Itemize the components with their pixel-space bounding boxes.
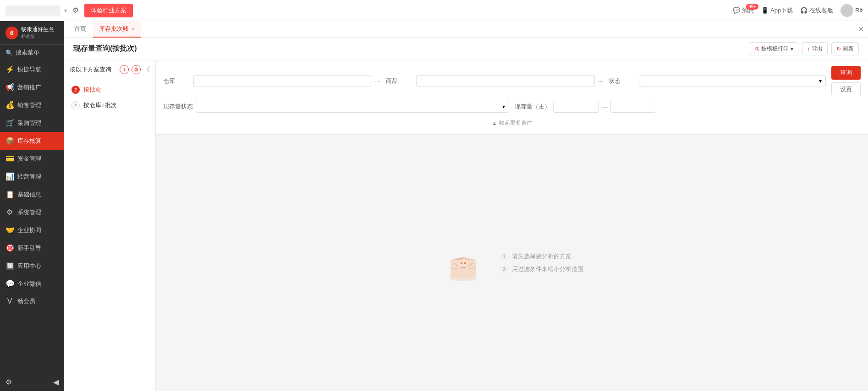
customer-service-label: 在线客服 bbox=[809, 6, 833, 15]
refresh-icon: ↻ bbox=[836, 46, 841, 52]
tip-text-1: 请先选择要分析的方案 bbox=[512, 252, 571, 261]
sidebar-label-inventory: 库存核算 bbox=[17, 137, 41, 145]
sidebar-item-purchase[interactable]: 🛒 采购管理 bbox=[0, 114, 64, 132]
collapse-row[interactable]: ▲ 收起更多条件 bbox=[163, 117, 861, 129]
sidebar-item-wechat[interactable]: 💬 企业微信 bbox=[0, 275, 64, 293]
warehouse-more-icon[interactable]: ··· bbox=[375, 77, 380, 85]
filter-panel-title: 按以下方案查询 bbox=[70, 65, 111, 74]
sidebar-item-quick-nav[interactable]: ⚡ 快捷导航 bbox=[0, 60, 64, 78]
sidebar-item-enterprise[interactable]: 🤝 企业协同 bbox=[0, 221, 64, 239]
breadcrumb-input[interactable] bbox=[5, 5, 60, 16]
sidebar-icon-newbie: 🎯 bbox=[5, 244, 14, 252]
tip-text-2: 用过滤条件来缩小分析范围 bbox=[512, 265, 583, 273]
scheme-by-batch[interactable]: ⏱ 按批次 bbox=[64, 82, 155, 98]
logo-info: 畅康通好生意 标准版 bbox=[21, 26, 54, 40]
filter-collapse-button[interactable]: 《 bbox=[143, 65, 150, 74]
tab-bar: 首页 库存批次账 × ✕ bbox=[64, 21, 868, 38]
tab-batch-account[interactable]: 库存批次账 × bbox=[93, 21, 141, 38]
warehouse-input[interactable] bbox=[193, 75, 372, 87]
product-input[interactable] bbox=[416, 75, 595, 87]
scheme-by-batch-label: 按批次 bbox=[83, 86, 101, 94]
query-area: 仓库 ··· 商品 ··· 状态 bbox=[156, 60, 868, 391]
tab-home-label: 首页 bbox=[74, 25, 86, 33]
sidebar-label-sales: 销售管理 bbox=[17, 101, 41, 109]
search-menu[interactable]: 🔍 搜索菜单 bbox=[0, 45, 64, 60]
scheme-by-warehouse-batch[interactable]: ⏱ 按仓库+批次 bbox=[64, 98, 155, 113]
sidebar-label-operations: 经营管理 bbox=[17, 173, 41, 181]
sidebar-item-inventory[interactable]: 📦 库存核算 bbox=[0, 132, 64, 150]
sidebar-label-member: 畅会员 bbox=[17, 297, 35, 305]
filter-panel-header: 按以下方案查询 + ⚙ 《 bbox=[64, 60, 155, 79]
refresh-label: 刷新 bbox=[843, 45, 854, 53]
stock-status-field: 现存量状态 ▾ bbox=[163, 101, 509, 113]
scheme-inactive-icon: ⏱ bbox=[71, 101, 80, 109]
sidebar-item-system[interactable]: ⚙ 系统管理 bbox=[0, 203, 64, 221]
print-label: 按模板打印 bbox=[761, 45, 789, 53]
stock-qty-to-input[interactable] bbox=[610, 101, 656, 113]
stock-qty-label: 现存量（主） bbox=[515, 103, 550, 111]
sidebar-item-operations[interactable]: 📊 经营管理 bbox=[0, 168, 64, 185]
refresh-button[interactable]: ↻ 刷新 bbox=[831, 42, 859, 55]
sidebar-logo: 6 畅康通好生意 标准版 bbox=[0, 21, 64, 45]
query-button[interactable]: 查询 bbox=[831, 66, 861, 80]
tab-home[interactable]: 首页 bbox=[68, 21, 93, 38]
app-download-button[interactable]: 📱 App下载 bbox=[761, 6, 793, 15]
user-profile[interactable]: Rit bbox=[841, 4, 863, 17]
sidebar-label-finance: 资金管理 bbox=[17, 155, 41, 163]
sidebar-icon-system: ⚙ bbox=[5, 208, 14, 217]
filter-settings-button[interactable]: ⚙ bbox=[132, 65, 141, 74]
page-title: 现存量查询(按批次) bbox=[73, 44, 137, 54]
customer-service-button[interactable]: 🎧 在线客服 bbox=[800, 6, 833, 15]
filter-scheme-list: ⏱ 按批次 ⏱ 按仓库+批次 bbox=[64, 79, 155, 116]
search-menu-label: 搜索菜单 bbox=[16, 49, 39, 57]
trial-button[interactable]: 体验行业方案 bbox=[84, 4, 133, 17]
sidebar-item-member[interactable]: V 畅会员 bbox=[0, 293, 64, 310]
sidebar-collapse-button[interactable]: ◀ bbox=[53, 378, 59, 386]
settings-icon[interactable]: ⚙ bbox=[71, 4, 81, 16]
filter-add-button[interactable]: + bbox=[120, 65, 129, 74]
tab-close-icon[interactable]: × bbox=[132, 26, 135, 32]
sidebar-item-marketing[interactable]: 📢 营销推广 bbox=[0, 78, 64, 96]
sidebar-label-app-center: 应用中心 bbox=[17, 262, 41, 270]
stock-qty-from-input[interactable] bbox=[553, 101, 599, 113]
sidebar-item-basic-info[interactable]: 📋 基础信息 bbox=[0, 185, 64, 203]
status-dropdown[interactable]: ▾ bbox=[639, 75, 826, 87]
sidebar-label-basic-info: 基础信息 bbox=[17, 190, 41, 199]
filter-panel: 按以下方案查询 + ⚙ 《 ⏱ 按批次 ⏱ 按仓库+批次 bbox=[64, 60, 156, 391]
export-button[interactable]: ↑ 导出 bbox=[802, 42, 828, 55]
tip-number-2: 2 bbox=[500, 265, 508, 273]
sidebar-icon-purchase: 🛒 bbox=[5, 119, 14, 127]
top-bar: ▾ ⚙ 体验行业方案 💬 消息 99+ 📱 App下载 🎧 在线客服 Rit bbox=[0, 0, 868, 21]
sidebar-label-system: 系统管理 bbox=[17, 208, 41, 217]
stock-status-dropdown[interactable]: ▾ bbox=[196, 101, 509, 113]
product-more-icon[interactable]: ··· bbox=[598, 77, 603, 85]
app-download-label: App下载 bbox=[770, 6, 793, 15]
company-name: 畅康通好生意 bbox=[21, 26, 54, 33]
sidebar-item-sales[interactable]: 💰 销售管理 bbox=[0, 96, 64, 114]
content-area: 首页 库存批次账 × ✕ 现存量查询(按批次) 🖨 按模板打印 ▾ ↑ 导出 bbox=[64, 21, 868, 391]
headset-icon: 🎧 bbox=[800, 7, 808, 14]
sidebar-icon-operations: 📊 bbox=[5, 172, 14, 181]
chevron-down-icon[interactable]: ▾ bbox=[64, 7, 67, 14]
product-label: 商品 bbox=[386, 77, 413, 85]
sidebar-label-quick-nav: 快捷导航 bbox=[17, 65, 41, 74]
svg-point-7 bbox=[464, 262, 466, 264]
avatar bbox=[841, 4, 853, 17]
sidebar-settings-button[interactable]: ⚙ bbox=[5, 378, 12, 386]
warehouse-label: 仓库 bbox=[163, 77, 191, 85]
sidebar-icon-quick-nav: ⚡ bbox=[5, 65, 14, 74]
sidebar-item-app-center[interactable]: 🔲 应用中心 bbox=[0, 257, 64, 275]
close-panel-button[interactable]: ✕ bbox=[857, 24, 864, 34]
tip-number-1: 1 bbox=[500, 252, 508, 261]
empty-illustration bbox=[440, 239, 486, 285]
sidebar-item-finance[interactable]: 💳 资金管理 bbox=[0, 150, 64, 168]
sidebar-item-newbie[interactable]: 🎯 新手引导 bbox=[0, 239, 64, 257]
status-label: 状态 bbox=[609, 77, 636, 85]
stock-qty-field: 现存量（主） — bbox=[515, 101, 861, 113]
filter-row-2: 现存量状态 ▾ 现存量（主） — bbox=[163, 101, 861, 113]
scheme-active-icon: ⏱ bbox=[71, 86, 80, 94]
form-settings-button[interactable]: 设置 bbox=[831, 82, 861, 96]
print-button[interactable]: 🖨 按模板打印 ▾ bbox=[749, 42, 798, 55]
print-icon: 🖨 bbox=[754, 46, 759, 52]
messages-button[interactable]: 💬 消息 99+ bbox=[733, 6, 754, 15]
